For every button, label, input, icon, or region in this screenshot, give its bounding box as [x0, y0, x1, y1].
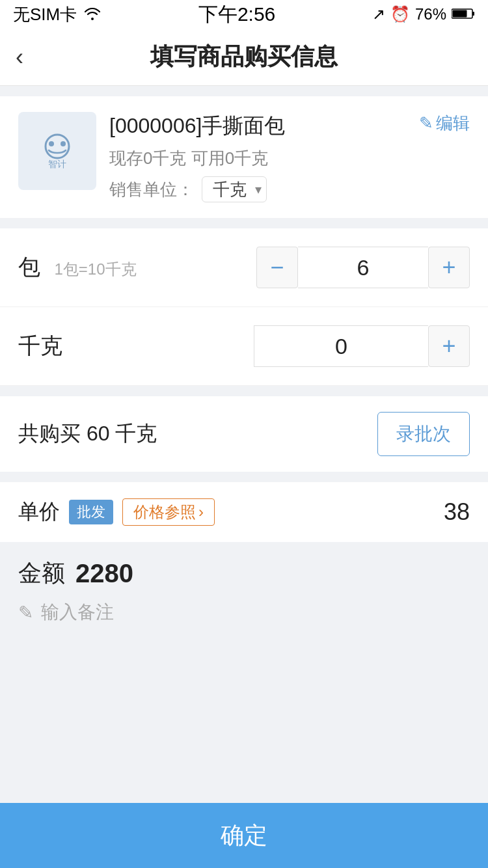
- nav-bar: ‹ 填写商品购买信息: [0, 29, 488, 86]
- product-card: 智计 [0000006]手撕面包 ✎ 编辑 现存0千克 可用0千克 销售单位： …: [0, 96, 488, 218]
- back-button[interactable]: ‹: [16, 44, 23, 71]
- product-info: [0000006]手撕面包 ✎ 编辑 现存0千克 可用0千克 销售单位： 千克: [109, 112, 470, 202]
- price-label: 单价: [18, 498, 60, 526]
- battery-text: 76%: [415, 5, 446, 23]
- amount-value: 2280: [75, 559, 133, 588]
- qty-section: 包 1包=10千克 − + 千克 +: [0, 228, 488, 386]
- product-image: 智计: [18, 112, 96, 190]
- product-unit-row: 销售单位： 千克: [109, 176, 470, 202]
- qty-label-kg: 千克: [18, 331, 254, 361]
- pencil-icon: ✎: [18, 602, 33, 623]
- product-stock: 现存0千克 可用0千克: [109, 147, 470, 170]
- qty-minus-bao[interactable]: −: [256, 247, 298, 288]
- page-title: 填写商品购买信息: [150, 41, 338, 73]
- price-ref-label: 价格参照: [133, 502, 196, 522]
- amount-section: 金额 2280 ✎ 输入备注: [0, 542, 488, 640]
- qty-row-kg: 千克 +: [0, 307, 488, 386]
- status-bar-time: 下午2:56: [198, 1, 275, 28]
- svg-point-5: [61, 141, 66, 146]
- unit-select-wrapper[interactable]: 千克: [202, 176, 267, 202]
- svg-text:智计: 智计: [48, 159, 66, 169]
- qty-controls-kg: +: [254, 325, 470, 367]
- batch-button[interactable]: 录批次: [377, 412, 470, 456]
- edit-button[interactable]: ✎ 编辑: [419, 112, 470, 135]
- svg-point-4: [49, 141, 54, 146]
- qty-row-bao: 包 1包=10千克 − +: [0, 228, 488, 307]
- unit-select[interactable]: 千克: [202, 176, 267, 202]
- svg-rect-1: [472, 12, 474, 16]
- status-bar-right: ↗ ⏰ 76%: [372, 5, 475, 23]
- alarm-icon: ⏰: [390, 5, 410, 23]
- edit-icon: ✎: [419, 113, 433, 133]
- summary-section: 共购买 60 千克 录批次: [0, 396, 488, 472]
- price-ref-chevron: ›: [198, 503, 204, 521]
- wifi-icon: [83, 5, 102, 25]
- price-ref-button[interactable]: 价格参照 ›: [122, 498, 215, 526]
- remark-placeholder: 输入备注: [41, 600, 114, 625]
- amount-label: 金额: [18, 558, 65, 590]
- confirm-button[interactable]: 确定: [221, 820, 267, 852]
- product-name: [0000006]手撕面包: [109, 112, 285, 141]
- qty-input-bao[interactable]: [298, 247, 428, 288]
- price-section: 单价 批发 价格参照 › 38: [0, 482, 488, 542]
- carrier-text: 无SIM卡: [13, 3, 77, 26]
- unit-label: 销售单位：: [109, 178, 194, 201]
- location-icon: ↗: [372, 5, 385, 23]
- svg-point-3: [46, 135, 69, 158]
- summary-text: 共购买 60 千克: [18, 420, 157, 448]
- battery-icon: [452, 5, 475, 23]
- amount-row: 金额 2280: [18, 558, 470, 590]
- status-bar-left: 无SIM卡: [13, 3, 102, 26]
- qty-input-kg[interactable]: [254, 325, 428, 367]
- price-tag: 批发: [69, 500, 113, 524]
- svg-rect-2: [452, 10, 467, 18]
- edit-label: 编辑: [436, 112, 470, 135]
- spacer: [0, 640, 488, 770]
- qty-plus-kg[interactable]: +: [428, 325, 470, 367]
- qty-controls-bao: − +: [256, 247, 470, 288]
- price-row: 单价 批发 价格参照 › 38: [18, 498, 470, 526]
- footer[interactable]: 确定: [0, 803, 488, 868]
- qty-plus-bao[interactable]: +: [428, 247, 470, 288]
- qty-hint-bao: 1包=10千克: [54, 260, 136, 278]
- status-bar: 无SIM卡 下午2:56 ↗ ⏰ 76%: [0, 0, 488, 29]
- price-value: 38: [444, 498, 470, 526]
- qty-label-bao: 包 1包=10千克: [18, 252, 256, 282]
- remark-row[interactable]: ✎ 输入备注: [18, 600, 470, 625]
